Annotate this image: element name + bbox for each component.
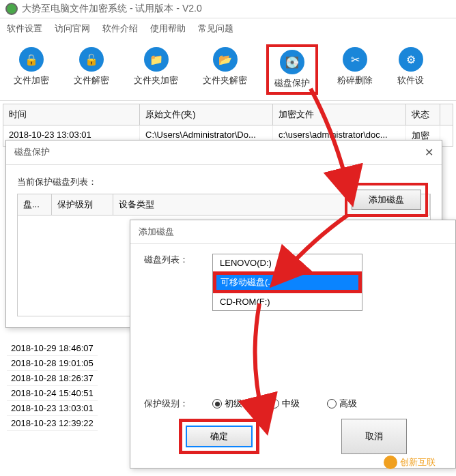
col-orig[interactable]: 原始文件(夹) — [140, 104, 273, 125]
toolbar: 🔒 文件加密 🔓 文件解密 📁 文件夹加密 📂 文件夹解密 💽 磁盘保护 ✂ 粉… — [0, 39, 456, 101]
unlock-icon: 🔓 — [79, 47, 104, 72]
shred-icon: ✂ — [343, 47, 367, 72]
menu-faq[interactable]: 常见问题 — [198, 23, 233, 35]
col-status[interactable]: 状态 — [406, 104, 440, 125]
list-item[interactable]: 2018-10-24 15:40:51 — [7, 386, 98, 401]
radio-icon — [327, 399, 337, 408]
dialog1-title: 磁盘保护 — [14, 146, 50, 159]
dialog1-title-bar: 磁盘保护 ✕ — [6, 140, 442, 165]
list-item[interactable]: 2018-10-28 18:26:37 — [7, 371, 98, 386]
tool-folder-encrypt[interactable]: 📁 文件夹加密 — [128, 44, 184, 95]
tool-disk-protect[interactable]: 💽 磁盘保护 — [266, 44, 318, 95]
lock-icon: 🔒 — [19, 47, 44, 72]
radio-medium[interactable]: 中级 — [270, 398, 300, 410]
tool-shred[interactable]: ✂ 粉碎删除 — [332, 44, 378, 95]
radio-checked-icon — [212, 399, 222, 408]
list-item[interactable]: 2018-10-28 19:01:05 — [7, 356, 98, 371]
dialog2-title: 添加磁盘 — [139, 226, 174, 238]
col-enc[interactable]: 加密文件 — [273, 104, 406, 125]
menu-intro[interactable]: 软件介绍 — [102, 23, 138, 35]
app-logo-icon — [5, 3, 18, 15]
add-disk-dialog: 添加磁盘 磁盘列表： LENOVO(D:) 可移动磁盘(... CD-ROM(F… — [130, 220, 456, 468]
title-bar: 大势至电脑文件加密系统 - 试用版本 - V2.0 — [0, 0, 456, 18]
radio-icon — [270, 399, 279, 408]
level-label: 保护级别： — [144, 398, 199, 410]
list-item[interactable]: 2018-10-23 13:03:01 — [7, 401, 98, 416]
app-title: 大势至电脑文件加密系统 - 试用版本 - V2.0 — [22, 3, 202, 15]
folder-unlock-icon: 📂 — [213, 47, 238, 72]
cancel-button[interactable]: 取消 — [341, 419, 407, 454]
col-time[interactable]: 时间 — [3, 104, 140, 125]
tool-file-decrypt[interactable]: 🔓 文件解密 — [68, 44, 115, 95]
tool-settings[interactable]: ⚙ 软件设 — [392, 44, 429, 95]
watermark: 创新互联 — [384, 456, 436, 469]
add-disk-button[interactable]: 添加磁盘 — [352, 190, 421, 210]
radio-advanced[interactable]: 高级 — [327, 398, 357, 410]
list-item[interactable]: 2018-10-29 18:46:07 — [7, 341, 98, 356]
list-item[interactable]: 2018-10-23 12:39:22 — [7, 416, 98, 431]
disk-shield-icon: 💽 — [280, 50, 304, 74]
watermark-logo-icon — [384, 456, 397, 469]
tool-file-encrypt[interactable]: 🔒 文件加密 — [8, 44, 55, 95]
col-protect-level[interactable]: 保护级别 — [52, 194, 113, 215]
radio-basic[interactable]: 初级 — [212, 398, 242, 410]
tool-folder-decrypt[interactable]: 📂 文件夹解密 — [197, 44, 253, 95]
time-list: 2018-10-29 18:46:07 2018-10-28 19:01:05 … — [7, 341, 98, 431]
menu-settings[interactable]: 软件设置 — [7, 23, 42, 35]
folder-lock-icon: 📁 — [144, 47, 169, 72]
menu-website[interactable]: 访问官网 — [55, 23, 90, 35]
add-disk-highlight: 添加磁盘 — [345, 183, 428, 217]
main-table-header: 时间 原始文件(夹) 加密文件 状态 — [3, 104, 453, 125]
ok-button[interactable]: 确定 — [186, 426, 253, 447]
gear-icon: ⚙ — [399, 47, 423, 72]
ok-highlight: 确定 — [179, 419, 259, 454]
col-drive[interactable]: 盘... — [18, 194, 52, 215]
close-icon[interactable]: ✕ — [425, 146, 433, 159]
menu-help[interactable]: 使用帮助 — [150, 23, 186, 35]
menu-bar: 软件设置 访问官网 软件介绍 使用帮助 常见问题 — [0, 18, 456, 39]
